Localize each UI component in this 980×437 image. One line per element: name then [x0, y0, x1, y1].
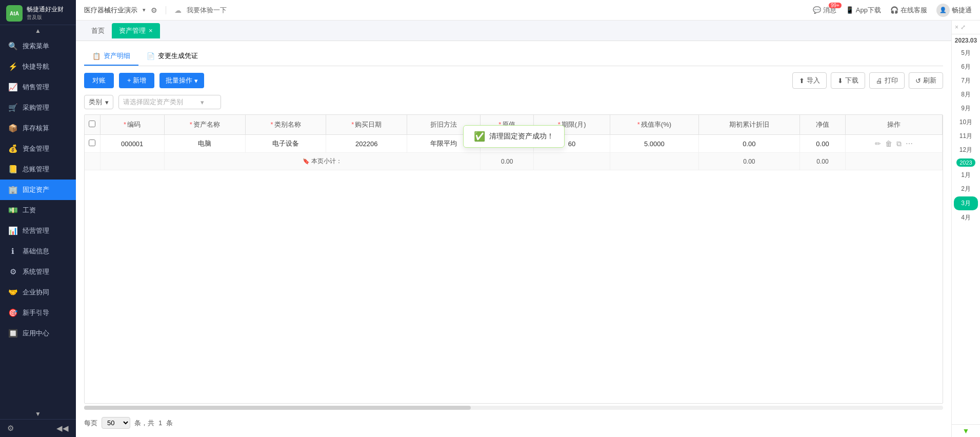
tab-asset-management[interactable]: 资产管理 × — [112, 23, 160, 38]
topbar-gear-icon[interactable]: ⚙ — [151, 6, 157, 14]
import-icon: ⬆ — [799, 77, 805, 85]
month-3-current[interactable]: 3月 — [954, 196, 978, 210]
main-area: 医疗器械行业演示 ▾ ⚙ ☁ 我要体验一下 💬 消息 99+ 📱 App下载 🎧… — [76, 0, 980, 437]
tab-change-voucher[interactable]: 📄 变更生成凭证 — [138, 47, 206, 66]
copy-button[interactable]: ⧉ — [896, 140, 902, 148]
month-2[interactable]: 2月 — [952, 182, 980, 196]
per-page-select[interactable]: 50 100 200 — [102, 417, 130, 429]
sidebar-item-guide[interactable]: 🎯 新手引导 — [0, 303, 76, 323]
delete-button[interactable]: 🗑 — [885, 140, 892, 148]
new-button[interactable]: + 新增 — [119, 73, 154, 88]
sidebar-item-search[interactable]: 🔍 搜索菜单 — [0, 36, 76, 56]
sidebar-item-ledger[interactable]: 📒 总账管理 — [0, 159, 76, 180]
right-panel-expand-icon[interactable]: ⤢ — [961, 24, 966, 31]
basic-info-icon: ℹ — [8, 247, 17, 256]
month-4[interactable]: 4月 — [952, 211, 980, 225]
sidebar-item-label: 销售管理 — [23, 83, 49, 92]
right-panel-down-icon[interactable]: ▼ — [963, 427, 970, 435]
month-12[interactable]: 12月 — [952, 143, 980, 157]
category-filter-select[interactable]: 类别 ▾ — [84, 95, 113, 109]
subtotal-label: 本页小计： — [311, 157, 342, 165]
header-actions: 操作 — [846, 115, 943, 135]
company-name: 医疗器械行业演示 — [84, 6, 137, 15]
tab-asset-detail[interactable]: 📋 资产明细 — [84, 47, 138, 66]
sidebar-item-payroll[interactable]: 💵 工资 — [0, 200, 76, 221]
month-1[interactable]: 1月 — [952, 168, 980, 182]
batch-ops-label: 批量操作 — [166, 76, 192, 85]
page-content: 📋 资产明细 📄 变更生成凭证 对账 + 新增 批量操作 ▾ — [76, 41, 951, 437]
sidebar-item-purchase[interactable]: 🛒 采购管理 — [0, 97, 76, 118]
messages-button[interactable]: 💬 消息 99+ — [813, 6, 836, 15]
settings-icon[interactable]: ⚙ — [7, 424, 14, 433]
sidebar-item-label: 工资 — [23, 206, 36, 215]
month-9[interactable]: 9月 — [952, 102, 980, 115]
subtotal-row: 🔖 本页小计： 0.00 0.00 0.00 — [85, 153, 943, 170]
scrollbar-thumb[interactable] — [84, 406, 471, 410]
row-checkbox[interactable] — [89, 140, 95, 146]
right-panel-bottom: ▼ — [952, 424, 980, 437]
batch-ops-button[interactable]: 批量操作 ▾ — [159, 73, 204, 88]
print-button[interactable]: 🖨 打印 — [869, 72, 905, 89]
year-badge[interactable]: 2023 — [956, 158, 975, 167]
online-service-button[interactable]: 🎧 在线客服 — [890, 6, 927, 15]
subtotal-empty-checkbox — [85, 153, 100, 170]
subtotal-empty-code — [100, 153, 164, 170]
sidebar-item-finance[interactable]: 💰 资金管理 — [0, 138, 76, 159]
print-icon: 🖨 — [876, 77, 883, 85]
sidebar-item-enterprise[interactable]: 🤝 企业协同 — [0, 282, 76, 303]
month-6[interactable]: 6月 — [952, 60, 980, 74]
fixed-assets-icon: 🏢 — [8, 185, 17, 194]
sidebar-item-system[interactable]: ⚙ 系统管理 — [0, 262, 76, 282]
app-download-button[interactable]: 📱 App下载 — [846, 6, 881, 15]
collapse-icon[interactable]: ◀◀ — [56, 424, 69, 433]
right-panel-close-icon[interactable]: × — [955, 24, 958, 31]
username-label: 畅捷通 — [952, 6, 972, 15]
sidebar-item-basic-info[interactable]: ℹ 基础信息 — [0, 241, 76, 262]
reconcile-button[interactable]: 对账 — [84, 73, 114, 88]
header-residual-rate: *残值率(%) — [610, 115, 699, 135]
download-button[interactable]: ⬇ 下载 — [831, 72, 865, 89]
horizontal-scrollbar[interactable] — [84, 406, 943, 410]
sidebar-scroll-down[interactable]: ▼ — [0, 408, 76, 419]
sidebar-item-app-center[interactable]: 🔲 应用中心 — [0, 323, 76, 344]
tab-close-icon[interactable]: × — [149, 27, 153, 34]
header-name: *资产名称 — [164, 115, 245, 135]
app-name: 畅捷通好业财 — [27, 6, 64, 14]
sidebar-item-label: 新手引导 — [23, 308, 49, 317]
subtotal-opening: 0.00 — [698, 153, 799, 170]
month-7[interactable]: 7月 — [952, 74, 980, 88]
tab-bar: 首页 资产管理 × — [76, 21, 951, 41]
experience-text[interactable]: 我要体验一下 — [187, 6, 227, 15]
download-label: 下载 — [845, 76, 858, 85]
tab-home[interactable]: 首页 — [84, 23, 112, 38]
sidebar-item-fixed-assets[interactable]: 🏢 固定资产 — [0, 180, 76, 200]
cell-actions: ✏ 🗑 ⧉ ⋯ — [846, 135, 943, 153]
sidebar-item-quick-nav[interactable]: ⚡ 快捷导航 — [0, 56, 76, 77]
subtotal-net-value: 0.00 — [799, 153, 845, 170]
select-all-checkbox[interactable] — [89, 121, 95, 127]
cell-category: 电子设备 — [245, 135, 326, 153]
subtotal-original-value: 0.00 — [481, 153, 534, 170]
sidebar-scroll-up[interactable]: ▲ — [0, 25, 76, 36]
header-purchase-date: *购买日期 — [326, 115, 407, 135]
header-code: *编码 — [100, 115, 164, 135]
month-5[interactable]: 5月 — [952, 46, 980, 60]
import-button[interactable]: ⬆ 导入 — [792, 72, 827, 89]
category-dropdown[interactable]: 请选择固定资产类别 ▾ — [118, 95, 221, 109]
company-dropdown-icon[interactable]: ▾ — [143, 7, 146, 13]
sidebar-item-sales[interactable]: 📈 销售管理 — [0, 77, 76, 97]
month-8[interactable]: 8月 — [952, 88, 980, 102]
content-area: 首页 资产管理 × 📋 资产明细 📄 变更生成凭证 — [76, 21, 980, 437]
cell-name: 电脑 — [164, 135, 245, 153]
message-badge: 99+ — [829, 3, 842, 8]
import-label: 导入 — [807, 76, 820, 85]
change-voucher-icon: 📄 — [147, 52, 155, 60]
sidebar-item-operations[interactable]: 📊 经营管理 — [0, 221, 76, 241]
more-button[interactable]: ⋯ — [906, 140, 913, 148]
month-11[interactable]: 11月 — [952, 129, 980, 143]
month-10[interactable]: 10月 — [952, 115, 980, 129]
sidebar-item-inventory[interactable]: 📦 库存核算 — [0, 118, 76, 138]
refresh-button[interactable]: ↺ 刷新 — [909, 72, 943, 89]
edit-button[interactable]: ✏ — [875, 140, 881, 148]
user-button[interactable]: 👤 畅捷通 — [936, 4, 972, 17]
